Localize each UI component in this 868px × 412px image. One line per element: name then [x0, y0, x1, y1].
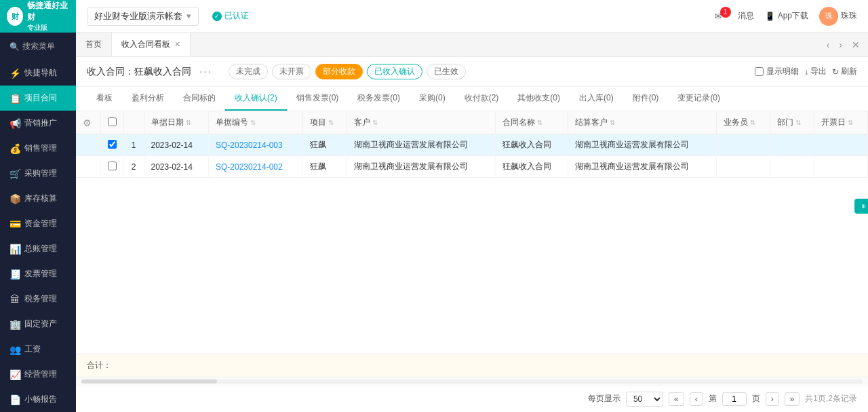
sidebar-item-project-contract[interactable]: 📋 项目合同 [0, 86, 76, 111]
per-page-select[interactable]: 20 50 100 [626, 392, 663, 407]
tab-next-button[interactable]: › [836, 38, 845, 52]
row2-number-link[interactable]: SQ-20230214-002 [216, 162, 283, 172]
sidebar-item-fixed-assets[interactable]: 🏢 固定资产 [0, 312, 76, 337]
row2-checkbox[interactable] [108, 162, 117, 170]
th-date[interactable]: 单据日期 ⇅ [144, 111, 208, 134]
th-salesman[interactable]: 业务员 ⇅ [717, 111, 770, 134]
status-btn-incomplete[interactable]: 未完成 [229, 64, 268, 79]
sidebar-item-quick-nav[interactable]: ⚡ 快捷导航 [0, 60, 76, 86]
row1-number-link[interactable]: SQ-20230214-003 [216, 141, 283, 150]
sort-customer-icon: ⇅ [372, 119, 378, 126]
sub-tab-sales-invoice[interactable]: 销售发票(0) [287, 87, 349, 111]
last-page-button[interactable]: » [785, 392, 800, 406]
check-circle-icon: ✓ [212, 12, 222, 21]
user-menu[interactable]: 珠 珠珠 [819, 7, 857, 26]
sort-settlement-icon: ⇅ [610, 119, 615, 126]
sub-tab-board[interactable]: 看板 [87, 87, 122, 111]
sidebar-item-report[interactable]: 📄 小畅报告 [0, 387, 76, 412]
tab-close-icon[interactable]: ✕ [174, 40, 180, 49]
sidebar-item-label-project: 项目合同 [24, 92, 57, 104]
gear-settings-icon[interactable]: ⚙ [83, 117, 92, 128]
sub-tab-profit[interactable]: 盈利分析 [122, 87, 174, 111]
project-contract-icon: 📋 [9, 93, 20, 104]
prev-page-button[interactable]: ‹ [690, 392, 703, 406]
sub-tab-purchase[interactable]: 采购(0) [410, 87, 455, 111]
scrollbar-thumb[interactable] [81, 379, 217, 383]
sort-salesman-icon: ⇅ [750, 119, 755, 126]
sub-tab-in-out[interactable]: 出入库(0) [570, 87, 623, 111]
th-department[interactable]: 部门 ⇅ [770, 111, 814, 134]
th-number[interactable]: 单据编号 ⇅ [208, 111, 302, 134]
display-detail-checkbox[interactable]: 显示明细 [755, 66, 799, 77]
page-number-input[interactable] [722, 392, 747, 406]
next-page-button[interactable]: › [766, 392, 779, 406]
th-contract-name[interactable]: 合同名称 ⇅ [495, 111, 568, 134]
right-panel-toggle-button[interactable]: ≡ [854, 198, 868, 213]
status-btn-confirmed[interactable]: 已收入确认 [367, 64, 422, 79]
select-all-checkbox[interactable] [108, 117, 117, 126]
sub-tab-revenue-confirm[interactable]: 收入确认(2) [225, 87, 287, 111]
th-settlement-customer[interactable]: 结算客户 ⇅ [568, 111, 717, 134]
app-download-button[interactable]: 📱 App下载 [765, 10, 808, 22]
th-checkbox [100, 111, 123, 134]
sub-tab-subject[interactable]: 合同标的 [174, 87, 225, 111]
th-salesman-label: 业务员 [724, 117, 748, 128]
th-project[interactable]: 项目 ⇅ [302, 111, 347, 134]
company-selector[interactable]: 好业财专业版演示帐套 ▾ [87, 7, 199, 26]
horizontal-scrollbar[interactable] [76, 377, 868, 385]
th-customer[interactable]: 客户 ⇅ [347, 111, 495, 134]
display-detail-input[interactable] [755, 67, 764, 76]
row2-gear-cell [76, 156, 100, 178]
row1-contract-name: 狂飙收入合同 [495, 134, 568, 156]
tab-prev-button[interactable]: ‹ [824, 38, 833, 52]
row1-gear-cell [76, 134, 100, 156]
export-label: 导出 [810, 66, 827, 77]
sidebar-item-purchase[interactable]: 🛒 采购管理 [0, 161, 76, 186]
th-open-date[interactable]: 开票日 ⇅ [814, 111, 868, 134]
sidebar-item-inventory[interactable]: 📦 库存核算 [0, 186, 76, 211]
tab-close-button[interactable]: ✕ [849, 38, 863, 52]
sidebar-item-marketing[interactable]: 📢 营销推广 [0, 111, 76, 136]
tab-nav-buttons: ‹ › ✕ [818, 33, 868, 56]
company-dropdown-icon: ▾ [186, 11, 191, 21]
app-logo: 财 畅捷通好业财 专业版 [0, 0, 76, 33]
right-panel-icon: ≡ [860, 204, 868, 208]
sidebar-item-operation[interactable]: 📈 经营管理 [0, 362, 76, 387]
tabbar: 首页 收入合同看板 ✕ ‹ › ✕ [76, 33, 868, 57]
row2-num: 2 [123, 156, 144, 178]
sidebar-search-area: 🔍 搜索菜单 [0, 33, 76, 60]
sub-tab-change-log[interactable]: 变更记录(0) [668, 87, 730, 111]
sidebar-item-sales[interactable]: 💰 销售管理 [0, 136, 76, 161]
refresh-button[interactable]: ↻ 刷新 [832, 66, 857, 77]
tab-contract-board[interactable]: 收入合同看板 ✕ [112, 33, 191, 56]
sub-tab-other[interactable]: 其他收支(0) [508, 87, 570, 111]
more-options-button[interactable]: ··· [199, 66, 212, 78]
sidebar-item-invoice[interactable]: 🧾 发票管理 [0, 261, 76, 286]
sidebar-item-general[interactable]: 📊 总账管理 [0, 236, 76, 261]
sidebar-item-capital[interactable]: 💳 资金管理 [0, 211, 76, 236]
invoice-icon: 🧾 [9, 269, 20, 280]
row1-checkbox[interactable] [108, 140, 117, 149]
status-btn-no-invoice[interactable]: 未开票 [272, 64, 311, 79]
table-wrapper: ⚙ 单据日期 ⇅ [76, 111, 868, 354]
verified-status: ✓ 已认证 [212, 10, 249, 22]
status-btn-partial-payment[interactable]: 部分收款 [315, 64, 363, 79]
sort-number-icon: ⇅ [250, 119, 256, 126]
status-btn-effective[interactable]: 已生效 [427, 64, 466, 79]
sidebar-item-hr[interactable]: 👥 工资 [0, 337, 76, 362]
tab-home[interactable]: 首页 [76, 33, 112, 56]
sub-tab-attachment[interactable]: 附件(0) [623, 87, 669, 111]
export-button[interactable]: ↓ 导出 [804, 66, 827, 77]
sidebar-item-tax[interactable]: 🏛 税务管理 [0, 286, 76, 312]
sub-tab-tax-invoice[interactable]: 税务发票(0) [348, 87, 410, 111]
first-page-button[interactable]: « [669, 392, 684, 406]
messages-button[interactable]: ✉ 1 消息 [715, 10, 754, 22]
message-badge: 1 [720, 7, 731, 18]
sidebar-item-label-inventory: 库存核算 [24, 193, 57, 204]
search-menu-button[interactable]: 🔍 搜索菜单 [5, 38, 71, 55]
scrollbar-track[interactable] [81, 379, 863, 383]
sub-tab-payment[interactable]: 收付款(2) [455, 87, 509, 111]
th-row-num [123, 111, 144, 134]
row2-contract-name: 狂飙收入合同 [495, 156, 568, 178]
page-suffix: 页 [752, 393, 760, 405]
